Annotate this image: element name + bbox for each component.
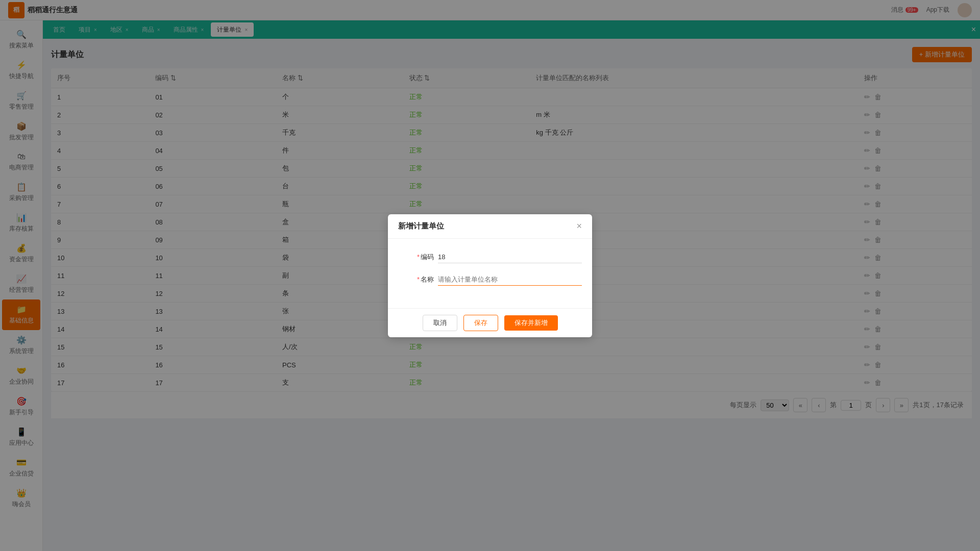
name-input[interactable]	[438, 273, 582, 286]
modal-title: 新增计量单位	[398, 221, 444, 231]
modal-body: 编码 名称	[388, 239, 592, 308]
name-label: 名称	[398, 275, 434, 284]
modal-close-button[interactable]: ×	[576, 221, 582, 231]
modal-overlay: 新增计量单位 × 编码 名称 取消 保存 保存并新增	[0, 0, 980, 551]
form-row-name: 名称	[398, 273, 582, 286]
cancel-button[interactable]: 取消	[423, 315, 457, 331]
form-row-code: 编码	[398, 251, 582, 263]
add-unit-modal: 新增计量单位 × 编码 名称 取消 保存 保存并新增	[388, 214, 592, 337]
save-new-button[interactable]: 保存并新增	[504, 315, 558, 331]
code-input[interactable]	[438, 251, 582, 263]
code-label: 编码	[398, 253, 434, 262]
modal-header: 新增计量单位 ×	[388, 214, 592, 239]
modal-footer: 取消 保存 保存并新增	[388, 308, 592, 337]
save-button[interactable]: 保存	[463, 315, 498, 331]
